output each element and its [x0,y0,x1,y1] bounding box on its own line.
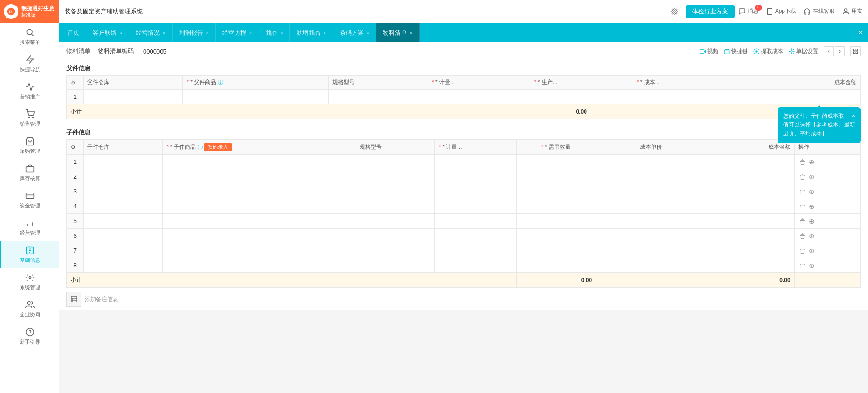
parent-col-gear[interactable]: ⚙ [67,76,84,90]
tab-goods[interactable]: 商品 × [259,23,290,42]
close-barcode-tab[interactable]: × [367,30,369,36]
sidebar-item-basic-info[interactable]: 基础信息 [0,241,59,268]
child-col-gear[interactable]: ⚙ [67,140,84,155]
child-table-row[interactable]: 5 🗑 ⊕ [67,214,861,229]
child-table-row[interactable]: 7 🗑 ⊕ [67,243,861,258]
copy-row-3-btn[interactable]: ⊕ [809,188,814,195]
parent-row-produce[interactable] [530,90,633,104]
tab-customer[interactable]: 客户联络 × [86,23,129,42]
nav-tabs: 首页 客户联络 × 经营情况 × 利润报告 × 经营历程 × 商品 × 新增商品… [59,23,868,42]
close-bom-list-tab[interactable]: × [410,30,412,36]
user-action[interactable]: 用友 [842,7,862,15]
child-row-amount-1 [715,155,794,169]
parent-table-row[interactable]: 1 [67,90,861,104]
form-code: 0000005 [143,48,167,55]
child-row-unit-1[interactable] [435,155,517,169]
tooltip-close-btn[interactable]: × [852,112,855,121]
copy-row-4-btn[interactable]: ⊕ [809,203,814,210]
online-service-action[interactable]: 在线客服 [803,7,835,15]
sidebar-item-marketing[interactable]: 营销推广 [0,78,59,105]
message-action[interactable]: 消息 6 [738,7,759,15]
sidebar-item-guide[interactable]: 新手引导 [0,323,59,350]
close-customer-tab[interactable]: × [120,30,122,36]
sidebar-item-quick-nav[interactable]: 快捷导航 [0,50,59,78]
sidebar-item-system[interactable]: 系统管理 [0,268,59,296]
tool-view[interactable]: 视频 [700,48,718,55]
child-row-goods-1[interactable] [163,155,356,169]
tab-profit-report[interactable]: 利润报告 × [173,23,216,42]
child-goods-info-icon[interactable]: ⓘ [198,144,203,150]
copy-row-7-btn[interactable]: ⊕ [809,247,814,254]
tab-home[interactable]: 首页 [61,23,86,42]
close-profit-report-tab[interactable]: × [206,30,209,36]
sidebar-item-inventory[interactable]: 库存核算 [0,159,59,187]
copy-row-6-btn[interactable]: ⊕ [809,232,814,240]
scan-btn[interactable]: 扫码录入 [204,143,232,151]
svg-point-22 [674,11,675,12]
grid-view-btn[interactable] [850,46,861,56]
svg-rect-34 [856,49,858,51]
child-table-row[interactable]: 6 🗑 ⊕ [67,229,861,243]
child-table-row[interactable]: 4 🗑 ⊕ [67,199,861,214]
copy-row-8-btn[interactable]: ⊕ [809,262,814,269]
sidebar-item-finance[interactable]: 资金管理 [0,187,59,214]
sidebar-item-sales[interactable]: 销售管理 [0,105,59,132]
parent-row-warehouse[interactable] [84,90,183,104]
trial-btn[interactable]: 体验行业方案 [686,5,735,18]
sidebar-item-enterprise[interactable]: 企业协同 [0,296,59,323]
breadcrumb: 物料清单 物料清单编码 0000005 [66,47,167,55]
delete-row-7-btn[interactable]: 🗑 [799,247,806,254]
delete-row-1-btn[interactable]: 🗑 [799,158,806,166]
child-table-row[interactable]: 2 🗑 ⊕ [67,169,861,184]
parent-row-cost[interactable] [633,90,735,104]
delete-row-4-btn[interactable]: 🗑 [799,203,806,210]
logo-icon: 好 [4,4,18,19]
copy-row-2-btn[interactable]: ⊕ [809,173,814,181]
prev-record-btn[interactable]: ‹ [824,46,834,56]
child-col-unit: * * 计量... [435,140,517,155]
breadcrumb-parent[interactable]: 物料清单 [66,47,90,55]
grid-icon [853,48,858,54]
close-all-tabs[interactable]: × [855,29,866,37]
parent-row-spec[interactable] [328,90,428,104]
child-table-row[interactable]: 8 🗑 ⊕ [67,258,861,273]
child-table-row[interactable]: 1 🗑 ⊕ [67,155,861,169]
topbar-actions: 消息 6 App下载 在线客服 用友 [738,7,862,15]
bottom-icon-btn[interactable] [66,292,81,307]
tool-cost[interactable]: 提取成本 [753,48,783,55]
child-row-qty-1[interactable] [537,155,636,169]
close-add-goods-tab[interactable]: × [323,30,326,36]
close-biz-history-tab[interactable]: × [249,30,252,36]
close-goods-tab[interactable]: × [280,30,283,36]
parent-row-unit[interactable] [428,90,530,104]
copy-row-1-btn[interactable]: ⊕ [809,158,814,166]
sidebar-item-operation[interactable]: 经营管理 [0,214,59,241]
tab-barcode[interactable]: 条码方案 × [333,23,376,42]
delete-row-3-btn[interactable]: 🗑 [799,188,806,195]
delete-row-6-btn[interactable]: 🗑 [799,232,806,240]
delete-row-8-btn[interactable]: 🗑 [799,262,806,269]
sidebar-item-search[interactable]: 搜索菜单 [0,23,59,50]
gear-icon[interactable] [671,8,678,15]
phone-icon [766,8,773,15]
child-row-spec-1[interactable] [356,155,435,169]
child-table-row[interactable]: 3 🗑 ⊕ [67,184,861,199]
tab-operation-status[interactable]: 经营情况 × [129,23,172,42]
delete-row-2-btn[interactable]: 🗑 [799,173,806,181]
parent-row-goods[interactable] [183,90,329,104]
delete-row-5-btn[interactable]: 🗑 [799,218,806,225]
tab-add-goods[interactable]: 新增商品 × [290,23,333,42]
next-record-btn[interactable]: › [835,46,845,56]
sidebar-item-purchase[interactable]: 采购管理 [0,132,59,159]
child-row-warehouse-1[interactable] [84,155,163,169]
parent-goods-info-icon[interactable]: ⓘ [218,79,223,85]
tab-biz-history[interactable]: 经营历程 × [216,23,259,42]
copy-row-5-btn[interactable]: ⊕ [809,218,814,225]
tool-single-setting[interactable]: 单据设置 [789,48,818,55]
child-row-unit-cost-1[interactable] [636,155,715,169]
close-operation-status-tab[interactable]: × [163,30,165,36]
app-download-action[interactable]: App下载 [766,7,796,15]
tab-bom-list[interactable]: 物料清单 × [376,23,419,42]
breadcrumb-current: 物料清单编码 [98,47,134,55]
tool-shortcut[interactable]: 快捷键 [724,48,748,55]
